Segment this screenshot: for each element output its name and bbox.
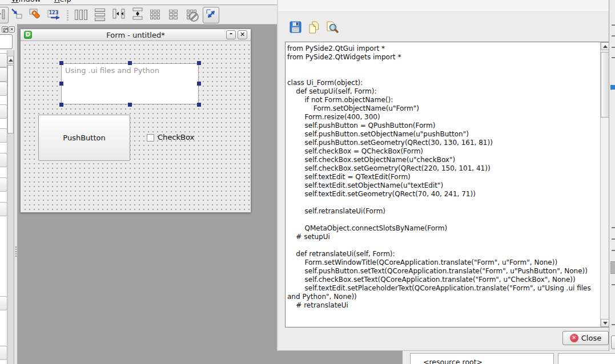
find-icon xyxy=(325,21,339,36)
close-button-label: Close xyxy=(581,334,601,342)
right-cropped-panel xyxy=(609,0,615,351)
checkbox-label: CheckBox xyxy=(158,133,194,141)
dialog-top-band xyxy=(278,0,609,12)
resource-preview-panel[interactable] xyxy=(558,353,615,364)
form-canvas[interactable]: Using .ui files and Python PushButton Ch… xyxy=(21,41,251,212)
layout-horizontal-button[interactable] xyxy=(73,7,89,22)
edit-buddies-icon xyxy=(29,7,42,22)
widget-box-row[interactable] xyxy=(0,82,7,96)
layout-grid-icon xyxy=(150,10,160,19)
selection-handle[interactable] xyxy=(59,103,63,107)
scrollbar-thumb[interactable] xyxy=(601,52,609,118)
qt-designer-screen: Window Help 123 xyxy=(0,0,615,364)
edit-widgets-button[interactable] xyxy=(0,7,9,23)
scroll-up-icon[interactable] xyxy=(601,42,609,50)
widget-box-dock: ✕ xyxy=(0,24,17,364)
layout-horizontal-icon xyxy=(75,10,87,20)
widget-box-row[interactable] xyxy=(0,177,7,192)
cropped-button xyxy=(611,335,615,349)
scroll-down-icon[interactable] xyxy=(601,319,609,327)
selection-handle[interactable] xyxy=(197,103,201,107)
form-close-button[interactable]: ✕ xyxy=(238,30,247,39)
form-minimize-button[interactable]: - xyxy=(226,30,236,39)
dock-splitter-handle[interactable] xyxy=(15,24,17,364)
layout-vertical-splitter-button[interactable] xyxy=(130,7,145,22)
code-preview-dialog: from PySide2.QtGui import * from PySide2… xyxy=(277,0,609,351)
checkbox-indicator[interactable] xyxy=(147,134,154,141)
svg-text:123: 123 xyxy=(49,10,58,15)
find-button[interactable] xyxy=(325,21,340,35)
widget-box-row[interactable] xyxy=(0,202,7,216)
menu-window[interactable]: Window xyxy=(11,0,41,3)
adjust-size-button[interactable] xyxy=(203,7,219,23)
layout-vertical-icon xyxy=(95,9,105,21)
layout-horizontal-splitter-icon xyxy=(112,7,125,22)
strip-selection xyxy=(610,85,615,90)
menu-help[interactable]: Help xyxy=(54,0,71,3)
edit-tab-order-icon: 123 xyxy=(47,7,61,22)
layout-form-icon xyxy=(169,10,178,19)
resource-root-item[interactable]: <resource root> xyxy=(423,358,483,364)
edit-buddies-button[interactable] xyxy=(27,7,43,22)
adjust-size-icon xyxy=(205,8,218,22)
scrollbar-thumb[interactable] xyxy=(7,65,14,134)
scroll-up-icon[interactable] xyxy=(7,56,14,64)
designer-form-window[interactable]: D Form - untitled* - ✕ Using .ui files a… xyxy=(20,29,251,213)
designer-checkbox-widget[interactable]: CheckBox xyxy=(147,126,204,149)
layout-grid-button[interactable] xyxy=(147,7,163,22)
selection-handle[interactable] xyxy=(197,61,201,65)
edit-widgets-icon xyxy=(0,8,7,22)
copy-icon xyxy=(307,21,321,36)
widget-box-row[interactable] xyxy=(0,153,7,167)
form-window-title: Form - untitled* xyxy=(21,31,251,39)
copy-button[interactable] xyxy=(307,21,321,35)
save-icon xyxy=(289,21,303,36)
widget-box-scrollbar[interactable] xyxy=(7,50,14,364)
widget-box-row[interactable] xyxy=(0,128,7,143)
widget-filter-input[interactable] xyxy=(0,34,13,49)
selection-handle[interactable] xyxy=(128,103,132,107)
generated-python-code[interactable]: from PySide2.QtGui import * from PySide2… xyxy=(286,42,609,312)
layout-horizontal-splitter-button[interactable] xyxy=(111,7,126,22)
code-text-area[interactable]: from PySide2.QtGui import * from PySide2… xyxy=(285,42,610,327)
layout-vertical-button[interactable] xyxy=(92,7,107,22)
close-circle-icon: ✕ xyxy=(570,334,578,342)
dock-float-button[interactable] xyxy=(2,26,8,33)
break-layout-button[interactable] xyxy=(184,7,199,22)
selection-handle[interactable] xyxy=(59,82,63,86)
code-scrollbar[interactable] xyxy=(600,42,609,327)
form-window-titlebar[interactable]: D Form - untitled* - ✕ xyxy=(21,29,251,41)
widget-box-list[interactable] xyxy=(0,50,7,364)
layout-vertical-splitter-icon xyxy=(131,7,144,22)
textedit-placeholder: Using .ui files and Python xyxy=(65,66,159,75)
selection-handle[interactable] xyxy=(197,82,201,86)
edit-signals-slots-button[interactable] xyxy=(9,7,24,22)
designer-pushbutton-widget[interactable]: PushButton xyxy=(38,115,130,161)
toolbar-separator xyxy=(67,9,69,21)
selection-handle[interactable] xyxy=(128,61,132,65)
widget-box-row[interactable] xyxy=(0,67,7,82)
widget-box-row[interactable] xyxy=(0,346,7,360)
close-button[interactable]: ✕ Close xyxy=(562,331,609,345)
break-layout-icon xyxy=(187,10,196,19)
resource-browser-dock: <resource root> xyxy=(403,351,615,364)
layout-form-button[interactable] xyxy=(166,7,181,22)
selection-handle[interactable] xyxy=(59,61,63,65)
widget-box-row[interactable] xyxy=(0,296,7,310)
widget-box-row[interactable] xyxy=(0,53,7,67)
dock-close-button[interactable]: ✕ xyxy=(9,26,15,33)
edit-signals-slots-icon xyxy=(10,7,23,22)
save-button[interactable] xyxy=(288,21,303,35)
designer-textedit-widget[interactable]: Using .ui files and Python xyxy=(61,63,199,104)
resource-tree-panel[interactable]: <resource root> xyxy=(410,353,554,364)
widget-box-row[interactable] xyxy=(0,104,7,119)
edit-tab-order-button[interactable]: 123 xyxy=(46,7,61,22)
